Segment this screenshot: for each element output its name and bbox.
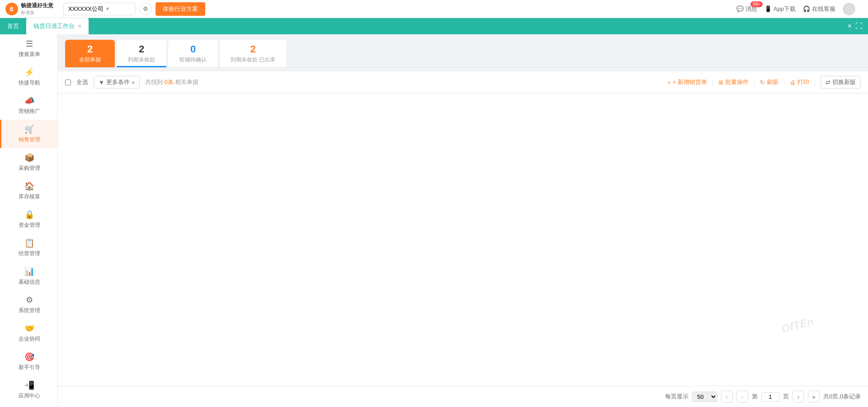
sidebar: ☰ 搜索菜单 ⚡ 快捷导航 📣 营销推广 🛒 销售管理 📦 采购管理 🏠 库存核… — [0, 34, 58, 407]
app-center-icon: 📲 — [24, 380, 34, 390]
quick-nav-icon: ⚡ — [24, 67, 34, 77]
logo-icon: 6 — [5, 3, 18, 15]
finance-icon: 🔒 — [24, 210, 34, 220]
system-icon: ⚙ — [26, 295, 33, 305]
sidebar-item-search-menu[interactable]: ☰ 搜索菜单 — [0, 34, 57, 63]
sidebar-item-basic-info[interactable]: 📊 基础信息 — [0, 262, 57, 290]
sidebar-item-operations[interactable]: 📋 经营管理 — [0, 234, 57, 262]
prev-page-button[interactable]: ‹ — [736, 391, 748, 402]
cashflow-tab-label: 钱货日清工作台 — [33, 22, 75, 30]
sidebar-item-quick-nav[interactable]: ⚡ 快捷导航 — [0, 63, 57, 91]
pending-label: 旺辅待确认 — [179, 56, 207, 64]
sales-icon: 🛒 — [24, 124, 34, 134]
window-expand-button[interactable]: ⛶ — [855, 22, 863, 30]
found-count: 0条 — [165, 79, 174, 85]
refresh-icon: ↻ — [760, 79, 765, 86]
sidebar-item-marketing[interactable]: 📣 营销推广 — [0, 91, 57, 120]
page-input[interactable] — [761, 392, 779, 402]
tab-cashflow[interactable]: 钱货日清工作台 × — [26, 18, 89, 34]
switch-version-button[interactable]: ⇄ 切换新版 — [821, 76, 861, 89]
page-text-2: 页 — [783, 393, 789, 401]
message-button[interactable]: 💬 消息 99+ — [736, 5, 757, 13]
tab-bar: 首页 钱货日清工作台 × × ⛶ — [0, 18, 868, 34]
page-size-select[interactable]: 50 100 200 — [692, 392, 717, 402]
stat-tab-overdue-shipped[interactable]: 2 到期未收款 已出库 — [220, 40, 286, 67]
refresh-label: 刷新 — [767, 78, 778, 86]
logo-text: 畅捷通好生意 — [21, 2, 53, 9]
online-service-label: 在线客服 — [812, 5, 835, 13]
logo-text-area: 畅捷通好生意 标准版 — [21, 2, 53, 16]
select-all-label: 全选 — [76, 78, 88, 86]
sidebar-label-purchase: 采购管理 — [19, 164, 40, 172]
online-service-button[interactable]: 🎧 在线客服 — [803, 5, 835, 13]
overdue-number: 2 — [139, 43, 144, 55]
add-order-button[interactable]: + + 新增销货单 — [667, 78, 707, 86]
app-download-label: App下载 — [774, 5, 796, 13]
print-label: 打印 — [797, 78, 809, 86]
overdue-shipped-label: 到期未收款 已出库 — [231, 56, 275, 64]
sidebar-item-purchase[interactable]: 📦 采购管理 — [0, 148, 57, 177]
sidebar-item-app-center[interactable]: 📲 应用中心 — [0, 376, 57, 404]
sidebar-label-quick-nav: 快捷导航 — [19, 79, 40, 87]
sidebar-item-inventory[interactable]: 🏠 库存核算 — [0, 177, 57, 205]
sidebar-label-marketing: 营销推广 — [19, 108, 40, 115]
sidebar-label-search-menu: 搜索菜单 — [19, 51, 40, 58]
divider-3 — [784, 79, 784, 86]
found-text: 共找到 0条 相关单据 — [145, 78, 198, 86]
toolbar-right: + + 新增销货单 ⊞ 批量操作 ↻ 刷新 🖨 打印 — [667, 76, 861, 89]
divider-2 — [754, 79, 755, 86]
app-download-button[interactable]: 📱 App下载 — [764, 5, 796, 13]
tab-home[interactable]: 首页 — [0, 18, 26, 34]
first-page-button[interactable]: « — [721, 391, 733, 402]
table-area: OfTEn — [58, 94, 868, 386]
overdue-label: 到期未收款 — [128, 56, 155, 64]
refresh-button[interactable]: ↻ 刷新 — [760, 78, 778, 86]
gear-icon: ⚙ — [143, 5, 148, 12]
last-page-icon: » — [812, 393, 815, 400]
tab-bar-actions: × ⛶ — [848, 22, 868, 30]
basic-info-icon: 📊 — [24, 267, 34, 276]
found-prefix: 共找到 — [145, 79, 163, 85]
last-page-button[interactable]: » — [808, 391, 820, 402]
company-name: XXXXXX公司 — [68, 5, 104, 13]
marketing-icon: 📣 — [24, 96, 34, 106]
dropdown-arrow-icon: ▼ — [105, 6, 110, 11]
filter-chevron-icon: ∨ — [132, 80, 135, 85]
sidebar-item-finance[interactable]: 🔒 资金管理 — [0, 205, 57, 234]
avatar[interactable] — [843, 3, 855, 15]
sidebar-item-guide[interactable]: 🎯 新手引导 — [0, 347, 57, 376]
enterprise-icon: 🤝 — [24, 323, 34, 333]
all-orders-label: 全部单据 — [79, 56, 101, 64]
company-selector[interactable]: XXXXXX公司 ▼ — [63, 3, 136, 15]
print-button[interactable]: 🖨 打印 — [790, 78, 809, 86]
sidebar-label-sales: 销售管理 — [19, 136, 40, 144]
sidebar-label-guide: 新手引导 — [19, 364, 40, 371]
sidebar-item-sales[interactable]: 🛒 销售管理 — [0, 120, 57, 148]
search-menu-icon: ☰ — [26, 39, 33, 49]
home-tab-label: 首页 — [7, 22, 19, 30]
next-page-button[interactable]: › — [793, 391, 804, 402]
sidebar-item-enterprise[interactable]: 🤝 企业协同 — [0, 319, 57, 347]
headset-icon: 🎧 — [803, 5, 810, 12]
filter-label: 更多条件 — [106, 78, 130, 86]
logo-badge: 标准版 — [21, 9, 53, 16]
select-all-checkbox[interactable] — [65, 80, 71, 85]
stat-tab-all[interactable]: 2 全部单据 — [65, 40, 115, 67]
sidebar-label-enterprise: 企业协同 — [19, 335, 40, 343]
toolbar: 全选 ▼ 更多条件 ∨ 共找到 0条 相关单据 + + 新增销货单 ⊞ 批量操作 — [58, 71, 868, 94]
settings-button[interactable]: ⚙ — [139, 3, 152, 15]
sidebar-item-system[interactable]: ⚙ 系统管理 — [0, 290, 57, 319]
divider-1 — [712, 79, 713, 86]
overdue-shipped-number: 2 — [250, 43, 256, 55]
divider-4 — [815, 79, 815, 86]
trial-button[interactable]: 体验行业方案 — [156, 2, 205, 16]
stat-tab-overdue[interactable]: 2 到期未收款 — [117, 40, 166, 67]
stat-tab-pending[interactable]: 0 旺辅待确认 — [168, 40, 218, 67]
tab-close-icon[interactable]: × — [78, 23, 81, 29]
sidebar-item-wecom[interactable]: 💬 企业微信 — [0, 404, 57, 407]
batch-button[interactable]: ⊞ 批量操作 — [718, 78, 749, 86]
window-close-button[interactable]: × — [848, 22, 852, 30]
stats-tabs: 2 全部单据 2 到期未收款 0 旺辅待确认 2 到期未收款 已出库 — [58, 34, 868, 68]
purchase-icon: 📦 — [24, 153, 34, 163]
filter-button[interactable]: ▼ 更多条件 ∨ — [94, 76, 140, 89]
